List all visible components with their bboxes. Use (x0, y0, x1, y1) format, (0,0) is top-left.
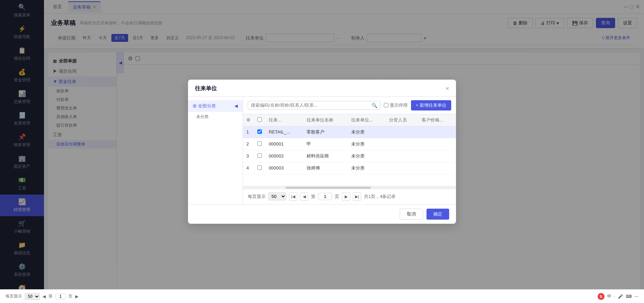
modal-main-content: 🔍 显示停用 + 新增往来单位 ⚙ (243, 97, 456, 204)
modal-title: 往来单位 (195, 85, 217, 92)
modal-select-all[interactable] (257, 117, 262, 122)
per-page-select[interactable]: 50 20 100 (268, 193, 286, 200)
modal-header: 往来单位 × (188, 80, 456, 97)
modal-categories: ⊞ 全部分类 ◀ 未分类 (188, 97, 243, 204)
show-inactive-label[interactable]: 显示停用 (384, 102, 408, 108)
last-page-btn[interactable]: ▶| (353, 193, 361, 201)
modal-overlay[interactable]: 往来单位 × ⊞ 全部分类 ◀ 未分类 (0, 0, 644, 303)
modal-search-box[interactable]: 🔍 (248, 101, 380, 110)
taskbar-logo: S (598, 293, 604, 300)
taskbar-chinese: 中 (607, 293, 611, 299)
gear-col-icon[interactable]: ⚙ (246, 117, 251, 123)
modal-close-btn[interactable]: × (445, 85, 449, 92)
modal-cat-all[interactable]: ⊞ 全部分类 ◀ (188, 100, 243, 112)
toggle-icon[interactable]: ◀ (234, 103, 238, 108)
row-4-name: 张师傅 (303, 162, 348, 174)
taskbar-dot: · (614, 294, 615, 299)
row-3-manager (386, 150, 419, 162)
taskbar: 每页显示 50 ◀ 第 页 ▶ S 中 · 🎤 ⌨ ⋯ (0, 289, 644, 303)
row-4-no: 4 (243, 162, 254, 174)
taskbar-more[interactable]: ⋯ (634, 294, 639, 299)
col-manager: 分管人员 (386, 114, 419, 126)
row-3-checkbox[interactable] (254, 150, 265, 162)
next-page-btn[interactable]: ▶ (342, 193, 350, 201)
col-price: 客户价格... (418, 114, 456, 126)
bottom-page-input[interactable] (55, 294, 66, 299)
row-2-price (418, 138, 456, 150)
horizontal-scrollbar[interactable] (243, 186, 456, 189)
table-row[interactable]: 3 000002 材料供应商 未分类 (243, 150, 456, 162)
row-1-checkbox[interactable] (254, 126, 265, 138)
row-1-code: RETAIL_... (265, 126, 303, 138)
taskbar-mic[interactable]: 🎤 (618, 294, 623, 299)
modal-table-wrapper: ⚙ 往来... 往来单位名称 往来单位... 分管人员 客户价格... (243, 114, 456, 186)
col-code: 往来... (265, 114, 303, 126)
cancel-button[interactable]: 取消 (400, 209, 423, 220)
table-row[interactable]: 2 000001 甲 未分类 (243, 138, 456, 150)
first-page-btn[interactable]: |◀ (289, 193, 297, 201)
total-text: 共1页，4条记录 (364, 194, 396, 200)
table-row[interactable]: 4 000003 张师傅 未分类 (243, 162, 456, 174)
row-2-checkbox[interactable] (254, 138, 265, 150)
modal-body: ⊞ 全部分类 ◀ 未分类 🔍 显示停用 (188, 97, 456, 204)
confirm-button[interactable]: 确定 (426, 209, 449, 220)
row-3-name: 材料供应商 (303, 150, 348, 162)
row-3-price (418, 150, 456, 162)
col-checkbox (254, 114, 265, 126)
per-page-label: 每页显示 (248, 194, 266, 200)
row-2-manager (386, 138, 419, 150)
row-4-category: 未分类 (348, 162, 386, 174)
grid-icon-small: ⊞ (193, 103, 197, 108)
row-2-no: 2 (243, 138, 254, 150)
row-3-code: 000002 (265, 150, 303, 162)
page-number-input[interactable] (318, 193, 332, 200)
row-4-code: 000003 (265, 162, 303, 174)
page-unit: 页 (335, 194, 339, 200)
scrollbar-thumb (286, 187, 371, 189)
search-icon: 🔍 (371, 103, 377, 108)
col-settings: ⚙ (243, 114, 254, 126)
row-3-no: 3 (243, 150, 254, 162)
row-1-manager (386, 126, 419, 138)
row-2-name: 甲 (303, 138, 348, 150)
modal-dialog: 往来单位 × ⊞ 全部分类 ◀ 未分类 (188, 80, 456, 224)
taskbar-right: S 中 · 🎤 ⌨ ⋯ (598, 293, 639, 300)
taskbar-pagination: 每页显示 50 ◀ 第 页 ▶ (5, 293, 78, 300)
row-1-no: 1 (243, 126, 254, 138)
show-inactive-checkbox[interactable] (384, 103, 388, 107)
row-4-checkbox[interactable] (254, 162, 265, 174)
table-row[interactable]: 1 RETAIL_... 零散客户 未分类 (243, 126, 456, 138)
prev-page-btn[interactable]: ◀ (300, 193, 308, 201)
row-3-category: 未分类 (348, 150, 386, 162)
modal-table: ⚙ 往来... 往来单位名称 往来单位... 分管人员 客户价格... (243, 114, 456, 174)
modal-search-input[interactable] (251, 103, 369, 108)
bottom-per-page-select[interactable]: 50 (25, 293, 40, 300)
row-4-price (418, 162, 456, 174)
row-2-category: 未分类 (348, 138, 386, 150)
taskbar-keyboard[interactable]: ⌨ (626, 294, 632, 299)
row-2-code: 000001 (265, 138, 303, 150)
row-1-price (418, 126, 456, 138)
add-counterpart-btn[interactable]: + 新增往来单位 (411, 100, 451, 110)
modal-toolbar: 🔍 显示停用 + 新增往来单位 (243, 97, 456, 114)
modal-footer: 取消 确定 (188, 204, 456, 224)
row-1-name: 零散客户 (303, 126, 348, 138)
modal-cat-unclassified[interactable]: 未分类 (188, 112, 243, 122)
col-name: 往来单位名称 (303, 114, 348, 126)
row-4-manager (386, 162, 419, 174)
modal-pagination: 每页显示 50 20 100 |◀ ◀ 第 页 ▶ ▶| 共1页，4条记录 (243, 189, 456, 204)
row-1-category: 未分类 (348, 126, 386, 138)
page-label: 第 (311, 194, 315, 200)
col-category: 往来单位... (348, 114, 386, 126)
